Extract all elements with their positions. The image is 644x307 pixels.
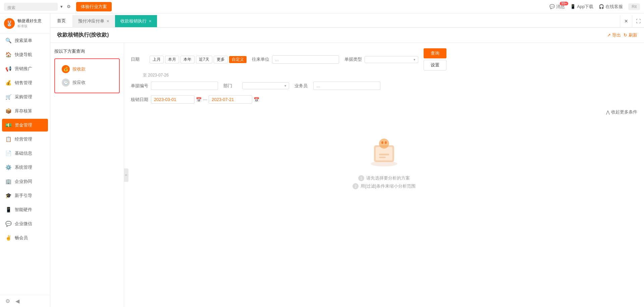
- top-search[interactable]: 搜索: [4, 3, 58, 11]
- sidebar-bottom: ⚙ ◀: [0, 295, 50, 307]
- date-btn-more[interactable]: 更多: [214, 56, 228, 63]
- purchase-icon: 🛒: [5, 94, 11, 100]
- sidebar-item-member[interactable]: ✌️ 畅会员: [0, 231, 50, 245]
- tab-expand-btn[interactable]: ⛶: [632, 15, 644, 27]
- tab-close-btn[interactable]: ✕: [620, 15, 632, 27]
- refresh-button[interactable]: ↻ 刷新: [624, 32, 637, 38]
- tab-close-prepay[interactable]: ✕: [106, 19, 109, 23]
- voucher-no-input[interactable]: [151, 82, 218, 90]
- dept-select[interactable]: ▾: [242, 82, 289, 89]
- online-service-button[interactable]: 🎧 在线客服: [599, 4, 623, 10]
- tab-receivable[interactable]: 收款核销执行 ✕: [115, 15, 157, 27]
- sidebar-label-enterprise: 企业协同: [15, 178, 32, 185]
- settings-bottom-icon[interactable]: ⚙: [5, 298, 10, 304]
- logo-icon: 🐰: [4, 18, 15, 29]
- app-version: 标准版: [17, 24, 42, 29]
- filter-collapse-button[interactable]: ‹‹: [124, 168, 128, 182]
- sidebar-item-purchase[interactable]: 🛒 采购管理: [0, 90, 50, 104]
- voucher-type-field: 单据类型 ▾: [344, 56, 418, 63]
- filter-by-receivable[interactable]: 🕐 按应收: [58, 76, 116, 89]
- date-options: 上月 本月 本年 近7天 更多 自定义: [150, 56, 247, 63]
- calendar-end-icon[interactable]: 📅: [254, 97, 259, 102]
- voucher-no-field: 单据编号: [131, 82, 218, 90]
- query-row-2: 单据编号 部门 ▾ 业务员 ...: [131, 82, 637, 90]
- query-button[interactable]: 查询: [424, 48, 446, 58]
- dropdown-icon[interactable]: ▾: [60, 4, 63, 9]
- message-button[interactable]: 💬 消息 99+: [549, 4, 565, 10]
- receipt-icon: 💰: [62, 65, 70, 73]
- message-icon: 💬: [549, 4, 555, 9]
- empty-hint-2-text: 用[过滤]条件来缩小分析范围: [361, 183, 415, 189]
- sidebar-item-sales[interactable]: 💰 销售管理: [0, 76, 50, 90]
- user-menu[interactable]: Rit: [628, 3, 640, 10]
- date-field: 日期 上月 本月 本年 近7天 更多 自定义: [131, 56, 247, 63]
- staff-input[interactable]: ...: [313, 82, 380, 90]
- date-btn-last-month[interactable]: 上月: [150, 56, 164, 63]
- tab-home[interactable]: 首页: [50, 15, 73, 27]
- sidebar-item-hardware[interactable]: 📱 智能硬件: [0, 203, 50, 217]
- voucher-type-select[interactable]: ▾: [365, 56, 418, 63]
- sidebar-item-shortcut[interactable]: 🏠 快捷导航: [0, 48, 50, 62]
- solution-button[interactable]: 体验行业方案: [76, 2, 112, 11]
- date-btn-custom[interactable]: 自定义: [229, 56, 247, 63]
- page-header-actions: ↗ 导出 ↻ 刷新: [607, 32, 637, 38]
- writeoff-date-start[interactable]: [151, 95, 195, 104]
- date-btn-7days[interactable]: 近7天: [196, 56, 212, 63]
- collapse-more-button[interactable]: ⋀ 收起更多条件: [131, 109, 637, 115]
- filter-sidebar-options: 💰 按收款 🕐 按应收: [54, 58, 120, 93]
- sidebar-item-system[interactable]: ⚙️ 系统管理: [0, 160, 50, 174]
- sidebar-label-basic: 基础信息: [15, 150, 32, 156]
- date-separator: —: [203, 97, 207, 102]
- guide-icon: 🎓: [5, 193, 11, 199]
- sidebar-label-finance: 资金管理: [15, 122, 32, 128]
- writeoff-date-end[interactable]: [209, 95, 252, 104]
- export-button[interactable]: ↗ 导出: [607, 32, 621, 38]
- sidebar-label-purchase: 采购管理: [15, 94, 32, 100]
- writeoff-date-field: 核销日期 📅 — 📅: [131, 95, 259, 104]
- sidebar-item-business[interactable]: 📋 经营管理: [0, 132, 50, 146]
- gear-icon[interactable]: ⚙: [67, 4, 71, 9]
- setting-button[interactable]: 设置: [424, 60, 446, 70]
- query-buttons: 查询 设置: [424, 48, 446, 70]
- date-range-hint: 至 2023-07-26: [143, 72, 637, 78]
- collapse-sidebar-icon[interactable]: ◀: [15, 298, 19, 304]
- sidebar-item-search[interactable]: 🔍 搜索菜单: [0, 34, 50, 48]
- query-row-3: 核销日期 📅 — 📅: [131, 95, 637, 104]
- sidebar-item-enterprise[interactable]: 🏢 企业协同: [0, 174, 50, 189]
- empty-hint-1: 1 请先选择要分析的方案: [358, 175, 410, 181]
- member-icon: ✌️: [5, 235, 11, 241]
- refresh-icon: ↻: [624, 33, 627, 38]
- inventory-icon: 📦: [5, 108, 11, 114]
- empty-state: 1 请先选择要分析的方案 2 用[过滤]条件来缩小分析范围: [131, 115, 637, 211]
- empty-hint-2: 2 用[过滤]条件来缩小分析范围: [353, 183, 415, 189]
- filter-by-receipt[interactable]: 💰 按收款: [58, 62, 116, 76]
- sidebar-label-search: 搜索菜单: [15, 38, 32, 44]
- top-bar-left: 搜索 ▾ ⚙ 体验行业方案: [4, 2, 112, 11]
- counterpart-input[interactable]: ...: [272, 55, 339, 64]
- page-title: 收款核销执行(按收款): [57, 32, 109, 39]
- voucher-type-label: 单据类型: [344, 56, 362, 62]
- sidebar-item-wechat[interactable]: 💬 企业微信: [0, 217, 50, 231]
- svg-point-4: [381, 141, 383, 144]
- sidebar-item-finance[interactable]: 💵 资金管理: [2, 119, 48, 132]
- sidebar-item-inventory[interactable]: 📦 库存核算: [0, 104, 50, 118]
- counterpart-field: 往来单位 ...: [252, 55, 339, 64]
- app-download-button[interactable]: 📱 App下载: [570, 4, 593, 10]
- date-btn-this-year[interactable]: 本年: [180, 56, 195, 63]
- date-label: 日期: [131, 56, 147, 62]
- marketing-icon: 📢: [5, 66, 11, 72]
- sidebar-item-marketing[interactable]: 📢 营销推广: [0, 62, 50, 76]
- sidebar-label-system: 系统管理: [15, 164, 32, 170]
- filter-sidebar-title: 按以下方案查询: [54, 48, 120, 54]
- tab-prepay[interactable]: 预付冲应付单 ✕: [73, 15, 115, 27]
- tab-close-receivable[interactable]: ✕: [149, 19, 152, 23]
- collapse-label: 收起更多条件: [611, 109, 637, 115]
- sidebar-item-guide[interactable]: 🎓 新手引导: [0, 189, 50, 203]
- sidebar-item-basic[interactable]: 📄 基础信息: [0, 146, 50, 160]
- system-icon: ⚙️: [5, 164, 11, 170]
- calendar-start-icon[interactable]: 📅: [196, 97, 202, 102]
- date-btn-this-month[interactable]: 本月: [165, 56, 179, 63]
- collapse-icon: ⋀: [606, 110, 610, 115]
- message-badge: 99+: [560, 2, 568, 5]
- home-icon: 🏠: [5, 52, 11, 58]
